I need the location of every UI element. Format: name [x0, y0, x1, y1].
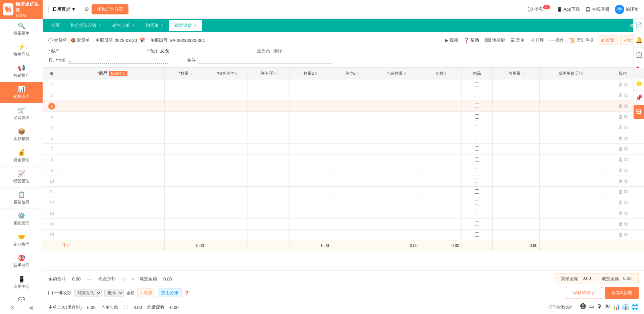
tab-price-close[interactable]: ✕	[99, 23, 102, 28]
radio-sale-input[interactable]	[48, 38, 53, 43]
copy-icon[interactable]: ⧉	[624, 200, 628, 205]
print-btn[interactable]: 🖨 打印	[529, 36, 546, 45]
split-button[interactable]: 费用分摊	[158, 289, 181, 297]
copy-icon-1[interactable]: ⧉	[624, 82, 628, 87]
daily-goods-selector[interactable]: 日用百货 ▼	[48, 5, 80, 14]
user-profile[interactable]: 徐 徐泽华	[615, 5, 639, 14]
amount-cell-3[interactable]	[420, 101, 462, 112]
amount-cell-1[interactable]	[420, 79, 462, 90]
delete-icon[interactable]: 🗑	[618, 200, 623, 205]
save-new-button[interactable]: 保存&新增	[605, 287, 639, 299]
price-cell-2[interactable]	[248, 90, 289, 101]
copy-icon-3[interactable]: ⧉	[624, 103, 628, 109]
unit2-cell-2[interactable]	[331, 90, 373, 101]
warehouse-input[interactable]	[171, 48, 238, 54]
radio-return-input[interactable]	[71, 38, 75, 43]
shortcut-btn[interactable]: ⌨ 快捷键	[483, 36, 506, 45]
gift-check-2[interactable]	[475, 93, 479, 97]
delete-icon[interactable]: 🗑	[618, 178, 623, 184]
unit-cell-1[interactable]	[206, 79, 248, 90]
sidebar-item-app[interactable]: 📱 应用中心	[0, 272, 43, 293]
product-cell-3[interactable]	[60, 101, 165, 112]
copy-icon[interactable]: ⧉	[624, 178, 628, 184]
qty-cell-1[interactable]	[164, 79, 206, 90]
one-click-label[interactable]: 一键收款	[48, 290, 71, 296]
sidebar-item-guide[interactable]: 🎯 新手引导	[0, 251, 43, 272]
video-btn[interactable]: ▶ 视频	[443, 36, 460, 45]
product-cell-1[interactable]	[60, 79, 165, 90]
sidebar-item-basic[interactable]: 📋 基础信息	[0, 188, 43, 209]
delete-icon-1[interactable]: 🗑	[618, 82, 623, 87]
sidebar-item-purchase[interactable]: 🛒 采购管理	[0, 103, 43, 124]
tab-sales-close[interactable]: ✕	[161, 23, 164, 28]
delete-icon[interactable]: 🗑	[618, 135, 623, 141]
delete-icon[interactable]: 🗑	[618, 210, 623, 216]
delete-icon[interactable]: 🗑	[618, 146, 623, 152]
one-click-checkbox[interactable]	[48, 291, 53, 295]
copy-icon[interactable]: ⧉	[624, 232, 628, 238]
amount-cell-2[interactable]	[420, 90, 462, 101]
tab-return[interactable]: 销货退货 ✕	[169, 20, 202, 31]
online-service-item[interactable]: 🎧 在线客服	[585, 6, 609, 12]
tab-price[interactable]: 售价提取设置 ✕	[65, 20, 107, 31]
add-row-button[interactable]: +	[48, 103, 55, 110]
right-sidebar-item-7[interactable]: 🖼	[634, 105, 644, 119]
gift-cell-2[interactable]	[462, 90, 493, 101]
pack-cell-3[interactable]	[373, 101, 420, 112]
sidebar-item-system[interactable]: ⚙️ 系统管理	[0, 209, 43, 230]
th-settings[interactable]: ⚙	[43, 68, 60, 79]
delete-icon[interactable]: 🗑	[618, 114, 623, 120]
copy-icon[interactable]: ⧉	[624, 135, 628, 141]
qty2-cell-2[interactable]	[289, 90, 331, 101]
delete-icon-3[interactable]: 🗑	[618, 103, 623, 109]
product-input-3[interactable]	[62, 104, 162, 109]
sidebar-item-wechat[interactable]: 💬 企业微信	[0, 293, 43, 301]
qty2-cell-3[interactable]	[289, 101, 331, 112]
unit2-cell-1[interactable]	[331, 79, 373, 90]
qty2-cell-1[interactable]	[289, 79, 331, 90]
history-btn[interactable]: 📜 历史单据	[568, 36, 595, 45]
trial-button[interactable]: 体验行业方案	[92, 4, 128, 14]
help-btn[interactable]: ❓ 帮助	[462, 36, 480, 45]
calendar-icon[interactable]: 📅	[139, 38, 145, 43]
qty-cell-2[interactable]	[164, 90, 206, 101]
copy-icon[interactable]: ⧉	[624, 189, 628, 195]
gift-check-3[interactable]	[475, 104, 479, 108]
delete-icon[interactable]: 🗑	[618, 189, 623, 195]
sidebar-item-cooperation[interactable]: 🤝 企业协同	[0, 230, 43, 251]
price-cell-3[interactable]	[248, 101, 289, 112]
gift-cell-3[interactable]	[462, 101, 493, 112]
delete-icon[interactable]: 🗑	[618, 168, 623, 173]
scan-button[interactable]: 扫码录入	[109, 71, 127, 76]
right-sidebar-item-3[interactable]: 📋	[634, 48, 644, 62]
select-btn[interactable]: ☰ 选单	[509, 36, 526, 45]
tab-home[interactable]: 首页	[46, 20, 65, 31]
pack-cell-2[interactable]	[373, 90, 420, 101]
tab-return-close[interactable]: ✕	[194, 23, 197, 28]
delete-icon[interactable]: 🗑	[618, 232, 623, 238]
delete-icon[interactable]: 🗑	[618, 221, 623, 227]
tab-sales-order-close[interactable]: ✕	[132, 23, 135, 28]
sidebar-settings-btn[interactable]: ⚙	[10, 304, 15, 311]
unit2-cell-3[interactable]	[331, 101, 373, 112]
salesperson-input[interactable]	[272, 48, 339, 54]
copy-icon-2[interactable]: ⧉	[624, 92, 628, 98]
app-download-item[interactable]: 📱 App下载	[557, 6, 580, 12]
calc-method-select[interactable]: 结算方式	[74, 289, 102, 297]
customer-input[interactable]	[61, 48, 128, 54]
pack-cell-1[interactable]	[373, 79, 420, 90]
operation-btn[interactable]: ⋯ 操作	[548, 36, 566, 45]
sidebar-item-shortcut[interactable]: ⚡ 快捷导航	[0, 40, 43, 61]
price-cell-1[interactable]	[248, 79, 289, 90]
avail-cell-2[interactable]	[493, 90, 540, 101]
sidebar-item-finance[interactable]: 💰 资金管理	[0, 145, 43, 167]
delete-icon-2[interactable]: 🗑	[618, 92, 623, 98]
unit-cell-3[interactable]	[206, 101, 248, 112]
product-cell-2[interactable]	[60, 90, 165, 101]
sidebar-item-sales[interactable]: 📊 销售管理	[0, 82, 43, 103]
message-item[interactable]: 💬 消息 70	[528, 6, 551, 12]
sidebar-collapse-btn[interactable]: ◀	[29, 304, 33, 311]
remark-input[interactable]	[198, 57, 332, 64]
sidebar-item-operation[interactable]: 📈 经营管理	[0, 167, 43, 188]
gift-cell-1[interactable]	[462, 79, 493, 90]
